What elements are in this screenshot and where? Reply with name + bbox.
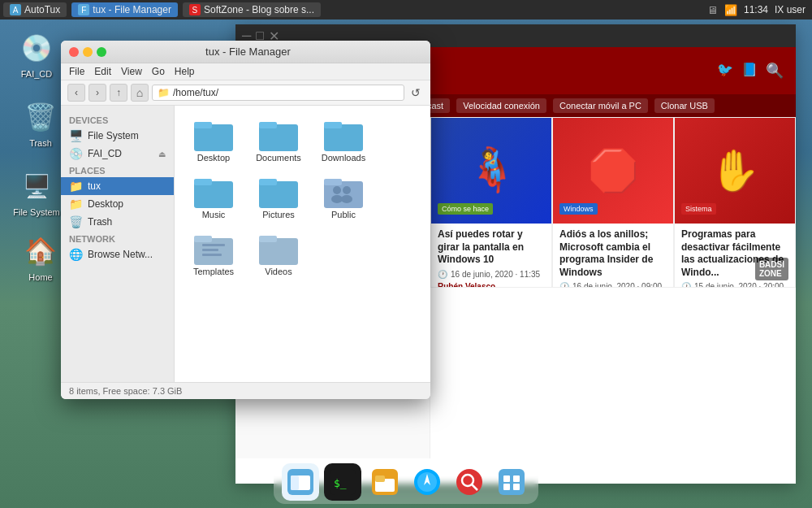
desktop-icon-file-system[interactable]: 🖥️ File System bbox=[8, 167, 65, 217]
svg-rect-22 bbox=[259, 236, 277, 242]
dock-item-app6[interactable] bbox=[493, 463, 530, 501]
fm-statusbar: 8 items, Free space: 7.3 GiB bbox=[61, 382, 430, 399]
filemanager-icon: F bbox=[78, 4, 89, 15]
documents-folder-img bbox=[259, 119, 298, 151]
videos-folder-label: Videos bbox=[265, 267, 292, 276]
fm-content[interactable]: Desktop Documents bbox=[175, 106, 430, 382]
fm-section-places: PLACES bbox=[61, 163, 174, 177]
filesystem-icon: 🖥️ bbox=[69, 129, 83, 142]
fm-folder-templates[interactable]: Templates bbox=[184, 229, 243, 280]
nav-item-4[interactable]: Conectar móvil a PC bbox=[553, 98, 648, 113]
fm-window-controls bbox=[69, 47, 106, 57]
topbar-clock: 11:34 bbox=[744, 4, 768, 15]
fm-folder-pictures[interactable]: Pictures bbox=[249, 172, 308, 223]
templates-folder-label: Templates bbox=[193, 267, 234, 276]
fm-folder-public[interactable]: Public bbox=[314, 172, 373, 223]
article-2[interactable]: ✋ Sistema Programas para desactivar fáci… bbox=[674, 117, 796, 288]
svg-point-34 bbox=[456, 469, 482, 495]
music-folder-label: Music bbox=[202, 210, 226, 219]
dock-item-search[interactable] bbox=[451, 463, 488, 501]
fm-menu-view[interactable]: View bbox=[121, 66, 142, 77]
svg-rect-1 bbox=[194, 122, 212, 128]
dock-item-finder[interactable] bbox=[282, 463, 319, 501]
fm-toolbar: ‹ › ↑ ⌂ 📁 /home/tux/ ↺ bbox=[61, 80, 430, 106]
fm-folder-videos[interactable]: Videos bbox=[249, 229, 308, 280]
dock-item-files[interactable] bbox=[366, 463, 404, 501]
article-1-content: Adiós a los anillos; Microsoft cambia el… bbox=[553, 224, 673, 288]
desktop-icon-fai-cd[interactable]: 💿 FAI_CD bbox=[8, 28, 65, 79]
desktop-folder-icon: 📁 bbox=[69, 198, 83, 211]
clock-icon-2: 🕐 bbox=[681, 282, 691, 288]
fm-folder-music[interactable]: Music bbox=[184, 172, 243, 223]
topbar-app-filemanager-label: tux - File Manager bbox=[93, 4, 171, 15]
videos-folder-img bbox=[259, 232, 298, 265]
fm-menu-edit[interactable]: Edit bbox=[94, 66, 111, 77]
file-system-icon: 🖥️ bbox=[17, 167, 56, 206]
search-icon[interactable]: 🔍 bbox=[766, 62, 784, 80]
file-manager-window[interactable]: tux - File Manager File Edit View Go Hel… bbox=[61, 41, 430, 399]
fm-section-network: NETWORK bbox=[61, 231, 174, 245]
nav-item-5[interactable]: Clonar USB bbox=[654, 98, 715, 113]
sidebar-item-network[interactable]: 🌐 Browse Netw... bbox=[61, 245, 174, 263]
svg-rect-39 bbox=[513, 475, 520, 482]
fm-folder-documents[interactable]: Documents bbox=[249, 115, 308, 166]
desktop-folder-label: Desktop bbox=[197, 153, 230, 163]
topbar-app-filemanager[interactable]: F tux - File Manager bbox=[71, 2, 178, 17]
nav-item-3[interactable]: Velocidad conexión bbox=[456, 98, 546, 113]
dock-item-safari[interactable] bbox=[408, 463, 446, 501]
svg-rect-38 bbox=[503, 475, 510, 482]
fm-refresh-btn[interactable]: ↺ bbox=[408, 85, 424, 101]
article-1-category: Windows bbox=[559, 203, 598, 215]
fm-minimize-btn[interactable] bbox=[83, 47, 93, 57]
sidebar-item-tux[interactable]: 📁 tux bbox=[61, 177, 174, 195]
fm-path-bar[interactable]: 📁 /home/tux/ bbox=[152, 85, 404, 101]
sidebar-faicd-label: FAI_CD bbox=[88, 148, 122, 159]
article-0-author: Rubén Velasco bbox=[438, 282, 495, 288]
tray-monitor-icon: 🖥 bbox=[707, 4, 718, 16]
fm-back-btn[interactable]: ‹ bbox=[67, 84, 85, 102]
dock: $_ bbox=[274, 460, 538, 504]
fm-folder-downloads[interactable]: Downloads bbox=[314, 115, 373, 166]
article-0[interactable]: 🦸 Cómo se hace Así puedes rotar y girar … bbox=[430, 117, 552, 288]
fm-menu-help[interactable]: Help bbox=[175, 66, 195, 77]
fm-folder-desktop[interactable]: Desktop bbox=[184, 115, 243, 166]
svg-rect-9 bbox=[259, 179, 277, 185]
topbar-app-browser[interactable]: S SoftZone - Blog sobre s... bbox=[183, 2, 321, 17]
svg-rect-7 bbox=[194, 179, 212, 185]
pictures-folder-label: Pictures bbox=[262, 210, 295, 219]
sidebar-item-faicd[interactable]: 💿 FAI_CD ⏏ bbox=[61, 145, 174, 163]
fm-menu-file[interactable]: File bbox=[69, 66, 84, 77]
article-0-title: Así puedes rotar y girar la pantalla en … bbox=[438, 228, 545, 267]
topbar-app-autotux[interactable]: A AutoTux bbox=[3, 2, 67, 17]
sidebar-network-label: Browse Netw... bbox=[88, 249, 153, 260]
downloads-folder-label: Downloads bbox=[322, 153, 365, 163]
svg-rect-40 bbox=[503, 484, 510, 490]
svg-rect-41 bbox=[513, 484, 520, 490]
twitter-icon: 🐦 bbox=[717, 62, 733, 80]
fm-menu-go[interactable]: Go bbox=[152, 66, 165, 77]
fm-up-btn[interactable]: ↑ bbox=[110, 84, 127, 102]
fai-cd-label: FAI_CD bbox=[21, 69, 53, 79]
fm-forward-btn[interactable]: › bbox=[89, 84, 106, 102]
sidebar-tux-label: tux bbox=[88, 180, 101, 192]
fm-menubar: File Edit View Go Help bbox=[61, 63, 430, 80]
dock-item-terminal[interactable]: $_ bbox=[324, 463, 361, 501]
article-0-content: Así puedes rotar y girar la pantalla en … bbox=[431, 224, 551, 288]
sidebar-item-trash[interactable]: 🗑️ Trash bbox=[61, 213, 174, 231]
fm-title: tux - File Manager bbox=[106, 46, 390, 58]
public-folder-label: Public bbox=[331, 210, 356, 219]
article-1-meta: 🕐 16 de junio, 2020 · 09:00 Rubén Velasc… bbox=[559, 282, 667, 288]
fm-close-btn[interactable] bbox=[69, 47, 79, 57]
sidebar-item-filesystem[interactable]: 🖥️ File System bbox=[61, 127, 174, 145]
svg-point-14 bbox=[343, 186, 351, 194]
topbar: A AutoTux F tux - File Manager S SoftZon… bbox=[0, 0, 812, 20]
sidebar-desktop-label: Desktop bbox=[88, 198, 123, 210]
home-icon: 🏠 bbox=[21, 232, 60, 271]
article-0-meta: 🕐 16 de junio, 2020 · 11:35 Rubén Velasc… bbox=[438, 270, 545, 288]
eject-icon[interactable]: ⏏ bbox=[158, 150, 166, 158]
svg-text:$_: $_ bbox=[334, 477, 347, 489]
article-1[interactable]: 🛑 Windows Adiós a los anillos; Microsoft… bbox=[552, 117, 674, 288]
fm-home-btn[interactable]: ⌂ bbox=[131, 84, 149, 102]
fm-maximize-btn[interactable] bbox=[97, 47, 106, 57]
sidebar-item-desktop[interactable]: 📁 Desktop bbox=[61, 195, 174, 213]
